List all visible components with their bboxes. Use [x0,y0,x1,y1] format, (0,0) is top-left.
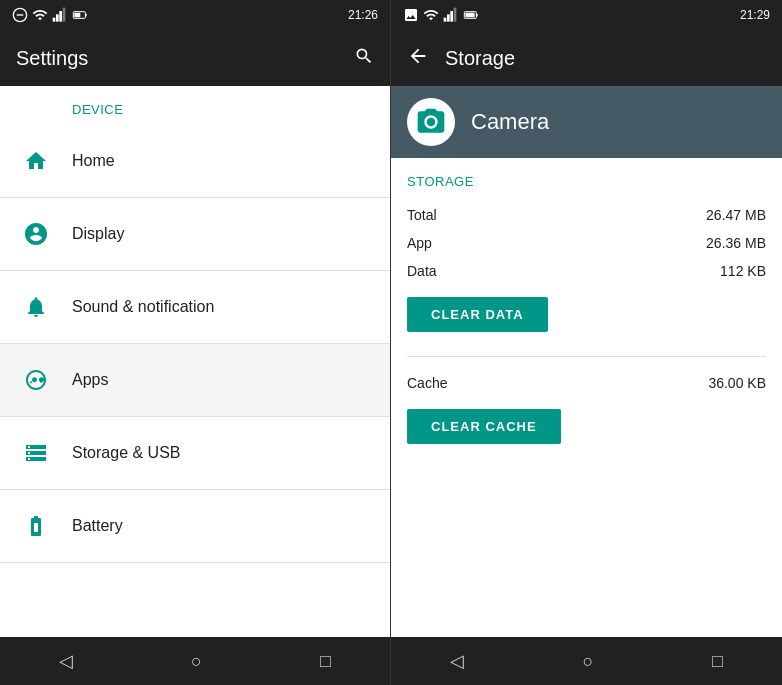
storage-section-label: Storage [407,174,766,189]
apps-label: Apps [72,371,108,389]
wifi-icon-left [32,7,48,23]
status-icons-left [12,7,88,23]
storage-content: Storage Total 26.47 MB App 26.36 MB Data… [391,158,782,637]
svg-rect-4 [59,11,62,22]
device-section-header: Device [0,86,390,125]
svg-rect-9 [444,18,447,22]
app-row: App 26.36 MB [407,229,766,257]
settings-item-home[interactable]: Home [0,125,390,198]
camera-icon [415,106,447,138]
camera-app-name: Camera [471,109,549,135]
display-label: Display [72,225,124,243]
signal-icon-left [52,7,68,23]
home-icon [16,141,56,181]
nav-bar-right: ◁ ○ □ [391,637,782,685]
svg-rect-10 [447,14,450,21]
svg-rect-1 [17,14,24,15]
svg-rect-8 [74,13,80,18]
back-nav-left[interactable]: ◁ [35,642,97,680]
dnd-icon [12,7,28,23]
sound-label: Sound & notification [72,298,214,316]
sound-icon [16,287,56,327]
signal-icon-right [443,7,459,23]
app-bar-left: Settings [0,30,390,86]
camera-app-icon [407,98,455,146]
home-nav-right[interactable]: ○ [559,643,618,680]
battery-icon-right [463,7,479,23]
app-bar-right: Storage [391,30,782,86]
cache-row: Cache 36.00 KB [407,369,766,397]
app-value: 26.36 MB [706,235,766,251]
settings-panel: 21:26 Settings Device Home Display [0,0,391,685]
back-button-right[interactable] [407,45,429,72]
battery-icon-menu [16,506,56,546]
nav-bar-left: ◁ ○ □ [0,637,390,685]
settings-item-battery[interactable]: Battery [0,490,390,563]
storage-title: Storage [445,47,515,70]
svg-rect-3 [56,14,59,21]
settings-item-display[interactable]: Display [0,198,390,271]
storage-panel: 21:29 Storage Camera Storage Total 26.47… [391,0,782,685]
clear-cache-button[interactable]: CLEAR CACHE [407,409,561,444]
svg-rect-15 [465,13,474,18]
settings-item-apps[interactable]: Apps [0,344,390,417]
recents-nav-right[interactable]: □ [688,643,747,680]
back-arrow-icon [407,45,429,67]
settings-title: Settings [16,47,88,70]
status-bar-right: 21:29 [391,0,782,30]
svg-rect-12 [454,8,457,22]
status-time-left: 21:26 [348,8,378,22]
recents-nav-left[interactable]: □ [296,643,355,680]
data-row: Data 112 KB [407,257,766,285]
apps-icon [16,360,56,400]
app-label: App [407,235,432,251]
settings-item-sound[interactable]: Sound & notification [0,271,390,344]
wifi-icon-right [423,7,439,23]
screenshot-icon [403,7,419,23]
cache-label: Cache [407,375,447,391]
svg-rect-11 [450,11,453,22]
battery-icon-left [72,7,88,23]
total-value: 26.47 MB [706,207,766,223]
status-icons-right [403,7,479,23]
svg-rect-2 [53,18,56,22]
svg-rect-14 [476,14,477,17]
total-label: Total [407,207,437,223]
storage-usb-label: Storage & USB [72,444,181,462]
home-label: Home [72,152,115,170]
total-row: Total 26.47 MB [407,201,766,229]
settings-item-storage[interactable]: Storage & USB [0,417,390,490]
clear-data-button[interactable]: CLEAR DATA [407,297,548,332]
status-bar-left: 21:26 [0,0,390,30]
display-icon [16,214,56,254]
settings-list: Device Home Display Sound & notification [0,86,390,637]
camera-header: Camera [391,86,782,158]
cache-value: 36.00 KB [708,375,766,391]
search-icon [354,46,374,66]
search-button[interactable] [354,46,374,71]
divider [407,356,766,357]
svg-rect-5 [63,8,66,22]
svg-point-16 [427,118,436,127]
data-label: Data [407,263,437,279]
data-value: 112 KB [720,263,766,279]
home-nav-left[interactable]: ○ [167,643,226,680]
battery-label: Battery [72,517,123,535]
status-time-right: 21:29 [740,8,770,22]
storage-icon [16,433,56,473]
svg-rect-7 [85,14,86,17]
back-nav-right[interactable]: ◁ [426,642,488,680]
